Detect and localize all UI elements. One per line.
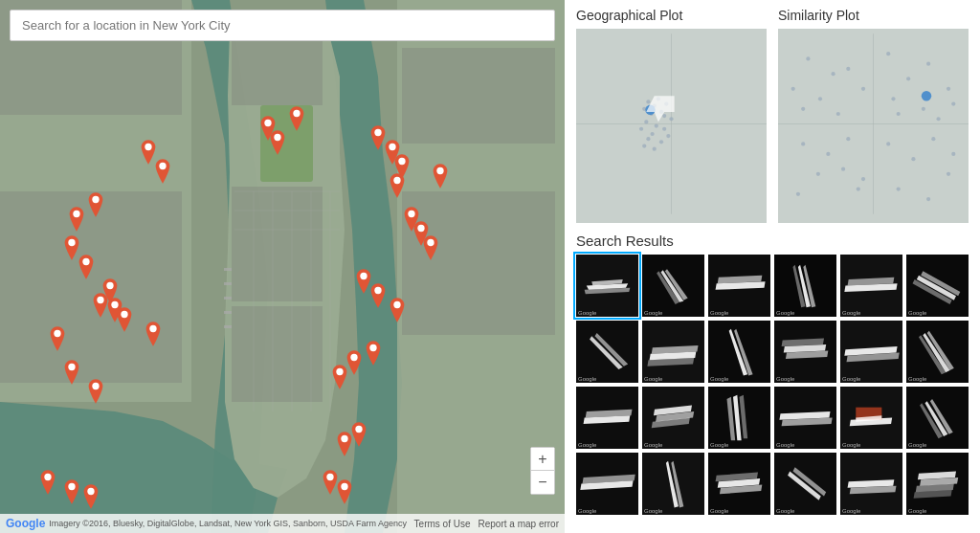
result-thumb-21[interactable]: Google [708,453,770,515]
svg-point-94 [801,107,805,111]
map-marker-36[interactable] [334,431,355,457]
svg-rect-4 [232,306,323,402]
svg-rect-7 [402,191,555,335]
result-thumb-19[interactable]: Google [576,453,638,515]
thumb-label-13: Google [578,442,596,448]
map-footer-links: Terms of Use Report a map error [414,519,559,529]
map-marker-16[interactable] [61,478,82,505]
svg-point-81 [666,134,670,138]
geo-plot-box [576,29,767,223]
map-marker-11[interactable] [143,321,164,347]
svg-point-74 [669,117,673,121]
svg-point-90 [791,87,795,91]
result-thumb-22[interactable]: Google [774,453,836,515]
svg-point-55 [369,344,376,351]
thumb-label-16: Google [776,442,794,448]
svg-point-49 [408,211,414,217]
result-thumb-20[interactable]: Google [642,453,704,515]
svg-point-102 [936,117,940,121]
zoom-out-button[interactable]: − [531,471,554,494]
result-thumb-8[interactable]: Google [642,321,704,383]
result-thumb-23[interactable]: Google [840,453,902,515]
thumb-label-12: Google [908,376,926,382]
result-thumb-17[interactable]: Google [840,387,902,449]
result-thumb-13[interactable]: Google [576,387,638,449]
sim-plot-title: Similarity Plot [778,8,969,23]
result-thumb-5[interactable]: Google [840,255,902,317]
svg-point-51 [427,239,434,246]
svg-point-26 [92,196,99,203]
right-panel: Geographical Plot [565,0,980,533]
svg-point-111 [841,167,845,171]
svg-point-65 [646,100,650,103]
svg-point-35 [54,330,60,337]
result-thumb-16[interactable]: Google [774,387,836,449]
result-thumb-3[interactable]: Google [708,255,770,317]
svg-point-61 [341,483,347,490]
thumb-label-5: Google [842,310,860,316]
terms-link[interactable]: Terms of Use [414,519,471,529]
svg-point-47 [393,177,400,184]
result-thumb-24[interactable]: Google [906,453,969,515]
svg-point-58 [355,426,362,433]
svg-point-105 [801,142,805,145]
result-thumb-12[interactable]: Google [906,321,969,383]
map-marker-3[interactable] [85,191,106,218]
map-marker-15[interactable] [37,469,58,496]
search-input[interactable] [10,10,555,41]
result-thumb-11[interactable]: Google [840,321,902,383]
map-marker-19[interactable] [267,129,288,156]
svg-point-112 [861,177,865,181]
map-marker-25[interactable] [430,163,451,189]
map-marker-4[interactable] [66,206,87,233]
thumb-label-19: Google [578,508,596,514]
result-thumb-18[interactable]: Google [906,387,969,449]
result-thumb-6[interactable]: Google [906,255,969,317]
thumb-label-2: Google [644,310,662,316]
map-marker-38[interactable] [334,478,355,505]
result-thumb-14[interactable]: Google [642,387,704,449]
search-bar[interactable] [10,10,555,41]
map-marker-20[interactable] [286,105,307,132]
svg-point-113 [886,142,890,145]
result-thumb-2[interactable]: Google [642,255,704,317]
map-marker-6[interactable] [76,254,97,280]
svg-point-44 [374,129,381,136]
result-thumb-1[interactable]: Google [576,255,638,317]
thumb-label-8: Google [644,376,662,382]
thumb-label-22: Google [776,508,794,514]
svg-point-34 [149,325,156,332]
map-marker-31[interactable] [387,297,408,323]
map-marker-2[interactable] [152,158,173,185]
result-thumb-9[interactable]: Google [708,321,770,383]
svg-point-40 [87,488,94,495]
map-marker-17[interactable] [80,483,101,510]
map-marker-32[interactable] [363,340,384,366]
result-thumb-7[interactable]: Google [576,321,638,383]
map-marker-10[interactable] [90,292,111,319]
map-marker-24[interactable] [387,172,408,199]
result-thumb-15[interactable]: Google [708,387,770,449]
map-marker-14[interactable] [85,378,106,405]
svg-point-56 [350,354,357,361]
zoom-in-button[interactable]: + [531,448,554,471]
map-marker-12[interactable] [47,325,68,352]
svg-point-25 [159,163,166,169]
map-marker-28[interactable] [420,234,441,261]
geo-plot-title: Geographical Plot [576,8,767,23]
svg-point-46 [398,158,405,165]
svg-point-78 [639,127,643,131]
svg-point-29 [82,258,89,265]
result-thumb-4[interactable]: Google [774,255,836,317]
map-marker-9[interactable] [114,306,135,333]
svg-point-48 [436,167,443,174]
map-marker-13[interactable] [61,359,82,386]
report-link[interactable]: Report a map error [479,519,559,529]
svg-point-42 [274,134,280,141]
map-marker-30[interactable] [368,282,389,309]
svg-point-108 [816,172,820,176]
map-marker-34[interactable] [329,364,350,390]
svg-point-30 [106,282,113,289]
svg-point-76 [662,127,666,131]
result-thumb-10[interactable]: Google [774,321,836,383]
